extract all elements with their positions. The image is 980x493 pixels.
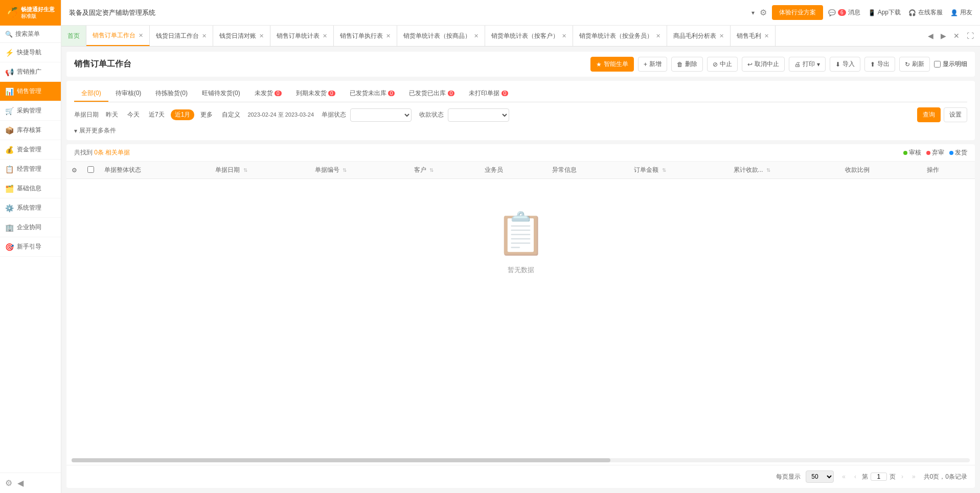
message-item[interactable]: 💬 6 消息: [828, 8, 860, 17]
print-btn[interactable]: 🖨 打印 ▾: [789, 57, 826, 72]
per-page-select[interactable]: 50 100: [806, 470, 834, 483]
setting-btn[interactable]: 设置: [944, 107, 967, 122]
user-icon: 👤: [950, 9, 958, 16]
export-btn[interactable]: ⬆ 导出: [864, 57, 895, 72]
approve-action[interactable]: 审核: [903, 148, 921, 157]
first-page-btn[interactable]: «: [839, 472, 849, 481]
filter-tab-inspect[interactable]: 待拣验货(0): [148, 86, 195, 102]
smart-create-btn[interactable]: ★ 智能生单: [590, 57, 634, 72]
filter-tab-wangpu[interactable]: 旺铺待发货(0): [195, 86, 247, 102]
tab-close-icon[interactable]: ✕: [202, 33, 207, 39]
tab-close-icon[interactable]: ✕: [323, 33, 327, 39]
tab-sales-stat[interactable]: 销售订单统计表 ✕: [270, 26, 334, 46]
scrollbar-thumb[interactable]: [72, 458, 610, 462]
filter-tab-overdue[interactable]: 到期未发货 0: [289, 86, 343, 102]
reject-action[interactable]: 弃审: [926, 148, 944, 157]
tab-close-all-icon[interactable]: ✕: [951, 31, 962, 41]
sidebar-item-basic[interactable]: 🗂️ 基础信息: [0, 179, 61, 198]
app-download-item[interactable]: 📱 App下载: [868, 8, 901, 17]
show-detail-checkbox[interactable]: [934, 61, 941, 68]
tab-cash-daily[interactable]: 钱货日清工作台 ✕: [150, 26, 213, 46]
tab-prev-icon[interactable]: ◀: [926, 31, 936, 41]
page-input[interactable]: [871, 473, 887, 481]
sidebar-item-sales[interactable]: 📊 销售管理: [0, 82, 61, 101]
cancel-stop-btn[interactable]: ↩ 取消中止: [742, 57, 785, 72]
topbar-gear-icon[interactable]: ⚙: [760, 8, 767, 17]
sort-icon[interactable]: ⇅: [429, 167, 434, 173]
tab-gross-profit[interactable]: 商品毛利分析表 ✕: [667, 26, 731, 46]
filter-tab-unprinted[interactable]: 未打印单据 0: [462, 86, 515, 102]
online-service-item[interactable]: 🎧 在线客服: [908, 8, 943, 17]
expand-btn[interactable]: ▾ 展开更多条件: [74, 126, 967, 135]
horizontal-scrollbar[interactable]: [72, 458, 970, 462]
topbar-dropdown[interactable]: ▾: [751, 9, 755, 16]
status-select[interactable]: [350, 108, 412, 122]
next-page-btn[interactable]: ›: [898, 472, 906, 481]
select-all-checkbox[interactable]: [87, 166, 94, 173]
tab-close-icon[interactable]: ✕: [656, 33, 660, 39]
import-btn[interactable]: ⬇ 导入: [830, 57, 860, 72]
tab-close-icon[interactable]: ✕: [764, 33, 769, 39]
tab-sales-product[interactable]: 销货单统计表（按商品） ✕: [397, 26, 485, 46]
delete-btn[interactable]: 🗑 删除: [671, 57, 703, 72]
prev-page-btn[interactable]: ‹: [851, 472, 859, 481]
sort-icon[interactable]: ⇅: [662, 167, 666, 173]
filter-tab-pending[interactable]: 待审核(0): [108, 86, 149, 102]
tab-fullscreen-icon[interactable]: ⛶: [965, 31, 976, 41]
ship-action[interactable]: 发货: [949, 148, 967, 157]
tab-close-icon[interactable]: ✕: [474, 33, 478, 39]
tab-sales-profit[interactable]: 销售毛利 ✕: [731, 26, 776, 46]
filter-tab-shipped-no-out[interactable]: 已发货未出库 0: [343, 86, 402, 102]
tab-close-icon[interactable]: ✕: [386, 33, 391, 39]
sort-icon[interactable]: ⇅: [243, 167, 247, 173]
settings-icon[interactable]: ⚙: [5, 478, 12, 488]
sidebar-item-newbie[interactable]: 🎯 新手引导: [0, 237, 61, 257]
filter-tab-unshipped[interactable]: 未发货 0: [247, 86, 289, 102]
th-checkbox: [82, 162, 99, 179]
th-gear: ⚙: [66, 162, 82, 179]
sidebar-item-marketing[interactable]: 📢 营销推广: [0, 62, 61, 82]
sidebar-item-operations[interactable]: 📋 经营管理: [0, 160, 61, 179]
date-custom[interactable]: 自定义: [219, 109, 243, 120]
sidebar-search[interactable]: 🔍 搜索菜单: [0, 26, 61, 43]
tab-close-icon[interactable]: ✕: [562, 33, 566, 39]
tab-close-icon[interactable]: ✕: [259, 33, 264, 39]
header-row: ⚙ 单据整体状态 单据日期 ⇅ 单据编号 ⇅ 客户 ⇅ 业务员 异常信息 订单金…: [66, 162, 975, 179]
sort-icon[interactable]: ⇅: [343, 167, 347, 173]
tab-home[interactable]: 首页: [61, 26, 86, 46]
date-7days[interactable]: 近7天: [146, 109, 168, 120]
add-btn[interactable]: + 新增: [638, 57, 667, 72]
date-yesterday[interactable]: 昨天: [103, 109, 121, 120]
tab-next-icon[interactable]: ▶: [939, 31, 948, 41]
stop-btn[interactable]: ⊘ 中止: [707, 57, 738, 72]
refresh-btn[interactable]: ↻ 刷新: [899, 57, 930, 72]
sidebar-item-purchase[interactable]: 🛒 采购管理: [0, 101, 61, 121]
last-page-btn[interactable]: »: [909, 472, 919, 481]
tab-cash-reconcile[interactable]: 钱货日清对账 ✕: [213, 26, 270, 46]
sidebar-item-inventory[interactable]: 📦 库存核算: [0, 121, 61, 140]
sidebar-item-finance[interactable]: 💰 资金管理: [0, 140, 61, 160]
collection-select[interactable]: [448, 108, 509, 122]
collapse-icon[interactable]: ◀: [17, 478, 24, 488]
date-more[interactable]: 更多: [197, 109, 216, 120]
user-item[interactable]: 👤 用友: [950, 8, 972, 17]
tab-sales-exec[interactable]: 销售订单执行表 ✕: [334, 26, 397, 46]
tab-sales-staff[interactable]: 销货单统计表（按业务员） ✕: [573, 26, 667, 46]
table-scroll[interactable]: ⚙ 单据整体状态 单据日期 ⇅ 单据编号 ⇅ 客户 ⇅ 业务员 异常信息 订单金…: [66, 162, 975, 456]
sidebar-item-system[interactable]: ⚙️ 系统管理: [0, 198, 61, 218]
filter-tab-shipped-out[interactable]: 已发货已出库 0: [402, 86, 462, 102]
tab-close-icon[interactable]: ✕: [139, 32, 143, 39]
sidebar-item-enterprise[interactable]: 🏢 企业协同: [0, 218, 61, 237]
show-detail-label[interactable]: 显示明细: [934, 60, 967, 69]
date-today[interactable]: 今天: [124, 109, 143, 120]
tab-close-icon[interactable]: ✕: [719, 33, 724, 39]
tab-sales-workbench[interactable]: 销售订单工作台 ✕: [86, 26, 150, 46]
filter-tab-all[interactable]: 全部(0): [74, 86, 108, 102]
query-btn[interactable]: 查询: [917, 107, 941, 122]
sidebar-item-quick-nav[interactable]: ⚡ 快捷导航: [0, 43, 61, 62]
tab-sales-customer[interactable]: 销货单统计表（按客户） ✕: [485, 26, 573, 46]
date-1month[interactable]: 近1月: [171, 109, 195, 120]
industry-btn[interactable]: 体验行业方案: [772, 5, 823, 20]
gear-icon[interactable]: ⚙: [72, 167, 77, 174]
sort-icon[interactable]: ⇅: [766, 167, 770, 173]
